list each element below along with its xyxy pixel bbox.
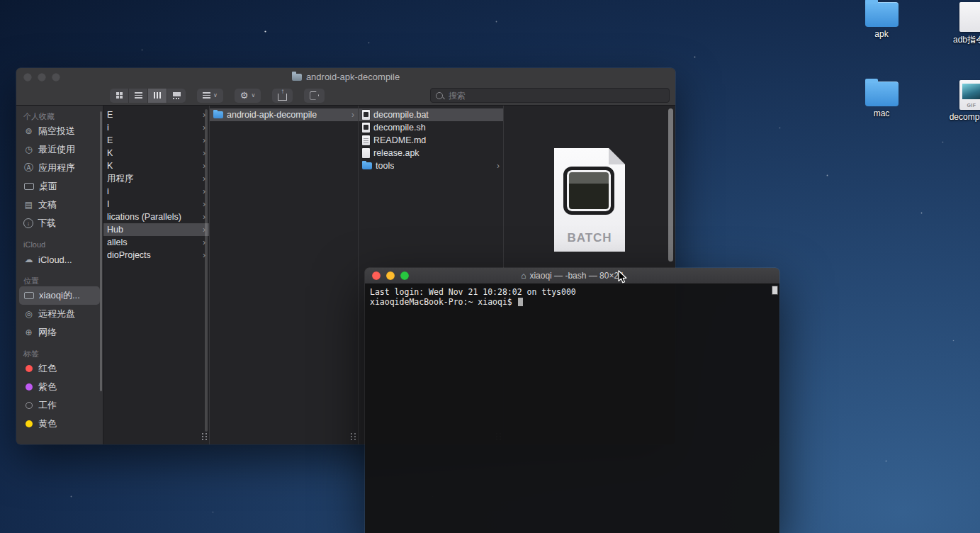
- file-row[interactable]: dioProjects›: [103, 249, 209, 262]
- desktop-icon-decompile[interactable]: GIF decompile: [937, 78, 980, 122]
- plain-file-icon: [362, 148, 370, 158]
- desktop-icon: [24, 183, 34, 190]
- file-row[interactable]: release.apk: [359, 147, 503, 159]
- desktop-icon-mac[interactable]: mac: [855, 79, 908, 118]
- computer-icon: [24, 292, 34, 299]
- sidebar-item[interactable]: ▤文稿: [19, 196, 100, 214]
- terminal-title: ⌂ xiaoqi — -bash — 80×24: [521, 271, 624, 281]
- terminal-content[interactable]: Last login: Wed Nov 21 10:28:02 on ttys0…: [365, 284, 779, 533]
- sidebar-item[interactable]: ⊚隔空投送: [19, 122, 100, 140]
- file-name: K: [107, 148, 113, 158]
- gif-file-icon: GIF: [959, 80, 980, 110]
- search-field[interactable]: [430, 88, 670, 103]
- sidebar-item[interactable]: 桌面: [19, 177, 100, 196]
- sidebar-section-header: iCloud: [16, 240, 103, 250]
- file-name: I: [107, 199, 109, 209]
- sidebar-item[interactable]: ⊕网络: [19, 323, 100, 342]
- sidebar-item[interactable]: 黄色: [19, 415, 100, 433]
- zoom-button[interactable]: [400, 271, 409, 280]
- file-row[interactable]: i›: [103, 121, 209, 134]
- sidebar-item-label: 紫色: [38, 381, 57, 393]
- sidebar-item-label: 远程光盘: [38, 308, 75, 320]
- group-icon: [203, 92, 210, 99]
- column-parent-folders: E›i›E›K›K›用程序›i›I›lications (Parallels)›…: [103, 106, 210, 444]
- file-row[interactable]: lications (Parallels)›: [103, 211, 209, 223]
- finder-toolbar: ∨ ⚙ ∨ ↑: [16, 86, 675, 106]
- file-row[interactable]: E›: [103, 108, 209, 121]
- file-row[interactable]: decompile.bat: [359, 108, 503, 121]
- sidebar-scrollbar[interactable]: [100, 111, 102, 391]
- column-resize-handle[interactable]: [202, 433, 208, 442]
- icon-view-button[interactable]: [110, 89, 129, 103]
- list-view-button[interactable]: [129, 89, 148, 103]
- terminal-scrollbar[interactable]: [772, 286, 778, 295]
- group-button[interactable]: ∨: [197, 89, 223, 103]
- search-input[interactable]: [447, 90, 664, 101]
- chevron-right-icon: ›: [497, 162, 500, 170]
- sidebar-item[interactable]: 工作: [19, 396, 100, 415]
- exec-file-icon: [362, 110, 370, 120]
- gallery-view-button[interactable]: [167, 89, 186, 103]
- file-row[interactable]: I›: [103, 198, 209, 211]
- sidebar-item[interactable]: ↓下载: [19, 214, 100, 232]
- folder-proxy-icon: [292, 74, 302, 81]
- file-name: README.md: [373, 135, 426, 145]
- file-row[interactable]: android-apk-decompile›: [210, 108, 358, 121]
- file-row[interactable]: Hub›: [103, 223, 209, 236]
- sidebar-item-label: 应用程序: [38, 162, 75, 174]
- file-name: E: [107, 135, 113, 145]
- file-name: lications (Parallels): [107, 212, 181, 222]
- sidebar-item[interactable]: Ⓐ应用程序: [19, 159, 100, 177]
- sidebar-section-header: 个人收藏: [16, 111, 103, 122]
- chevron-down-icon: ∨: [252, 92, 256, 99]
- sidebar-item[interactable]: 红色: [19, 359, 100, 378]
- file-name: i: [107, 123, 109, 133]
- close-button[interactable]: [23, 73, 32, 82]
- zoom-button[interactable]: [52, 73, 60, 82]
- tag-purple-icon: [26, 383, 33, 391]
- documents-icon: ▤: [23, 200, 34, 210]
- sidebar-item[interactable]: ◎远程光盘: [19, 305, 100, 323]
- action-menu-button[interactable]: ⚙ ∨: [235, 89, 261, 103]
- column-view-button[interactable]: [148, 89, 167, 103]
- file-name: dioProjects: [107, 250, 151, 260]
- column-resize-handle[interactable]: [351, 433, 356, 442]
- sidebar-item[interactable]: xiaoqi的...: [19, 286, 100, 305]
- tag-work-icon: [26, 402, 33, 409]
- terminal-cursor: [518, 298, 523, 306]
- file-row[interactable]: allels›: [103, 236, 209, 249]
- chevron-down-icon: ∨: [213, 92, 218, 99]
- search-icon: [436, 92, 443, 99]
- file-row[interactable]: 用程序›: [103, 172, 209, 185]
- desktop-icon-apk[interactable]: apk: [855, 0, 908, 39]
- finder-titlebar[interactable]: android-apk-decompile: [16, 68, 675, 86]
- minimize-button[interactable]: [38, 73, 46, 82]
- minimize-button[interactable]: [386, 271, 395, 280]
- terminal-titlebar[interactable]: ⌂ xiaoqi — -bash — 80×24: [365, 268, 779, 284]
- file-row[interactable]: K›: [103, 147, 209, 159]
- preview-scrollbar[interactable]: [668, 108, 673, 262]
- grid-view-icon: [116, 92, 123, 99]
- file-row[interactable]: E›: [103, 134, 209, 147]
- desktop-icon-adb[interactable]: adb指令: [947, 0, 980, 46]
- column-scrollbar[interactable]: [205, 109, 208, 432]
- file-row[interactable]: tools›: [359, 159, 503, 172]
- batch-file-preview-icon: BATCH: [554, 148, 625, 252]
- downloads-icon: ↓: [23, 218, 33, 228]
- file-name: decompile.bat: [373, 110, 429, 120]
- doc-file-icon: [362, 135, 370, 145]
- desktop-icon-label: decompile: [937, 112, 980, 122]
- share-button[interactable]: ↑: [272, 89, 293, 103]
- sidebar-item[interactable]: ☁iCloud...: [19, 250, 100, 269]
- page-fold: [609, 148, 625, 164]
- list-view-icon: [135, 92, 142, 99]
- file-row[interactable]: decompile.sh: [359, 121, 503, 134]
- file-row[interactable]: K›: [103, 159, 209, 172]
- sidebar-item[interactable]: 紫色: [19, 378, 100, 396]
- file-row[interactable]: i›: [103, 185, 209, 198]
- file-row[interactable]: README.md: [359, 134, 503, 147]
- close-button[interactable]: [372, 271, 381, 280]
- sidebar-item[interactable]: ◷最近使用: [19, 140, 100, 159]
- tag-button[interactable]: [304, 89, 325, 103]
- column-current-folder: android-apk-decompile›: [210, 106, 359, 444]
